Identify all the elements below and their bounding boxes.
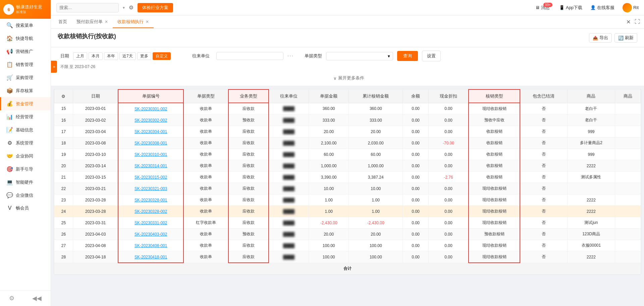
sidebar-item-collab[interactable]: 🤝 企业协同 <box>0 149 51 163</box>
table-cell: 否 <box>520 206 567 217</box>
system-icon: ⚙ <box>6 140 13 146</box>
date-this-month[interactable]: 本月 <box>89 52 103 60</box>
tab-writeoff[interactable]: 收款核销执行 ✕ <box>113 16 154 28</box>
sidebar-item-hardware[interactable]: 💻 智能硬件 <box>0 176 51 189</box>
filter-expand-button[interactable]: » <box>51 61 57 73</box>
sidebar-item-sales[interactable]: 📋 销售管理 <box>0 58 51 71</box>
member-icon: V <box>6 205 13 211</box>
sidebar-item-purchase[interactable]: 🛒 采购管理 <box>0 71 51 84</box>
table-cell: 15 <box>54 103 73 115</box>
table-cell[interactable]: SK-20230321-003 <box>118 183 183 194</box>
table-cell: 333.00 <box>309 115 349 126</box>
sidebar-item-nav[interactable]: 🏠 快捷导航 <box>0 32 51 45</box>
date-range-display: 不限 至 2023-07-26 <box>60 64 95 70</box>
date-last-month[interactable]: 上月 <box>73 52 87 60</box>
content-area: 收款核销执行(按收款) 📤 导出 🔄 刷新 » 日期 上月 <box>51 29 644 306</box>
table-cell[interactable]: SK-20230315-002 <box>118 172 183 183</box>
query-button[interactable]: 查询 <box>397 51 418 61</box>
tab-prepay[interactable]: 预付款应付单 ✕ <box>72 16 113 28</box>
table-cell: 预收款核销 <box>469 229 520 240</box>
sidebar-item-marketing[interactable]: 📢 营销推广 <box>0 45 51 58</box>
table-cell <box>615 103 641 115</box>
table-row: 282023-04-18SK-20230418-001收款单应收款████100… <box>54 251 641 263</box>
topbar-chevron-icon[interactable]: ▾ <box>123 5 125 10</box>
col-settings-header[interactable]: ⚙ <box>54 89 73 103</box>
table-cell: 20 <box>54 160 73 172</box>
table-cell <box>615 206 641 217</box>
topbar-service[interactable]: 👤 在线客服 <box>590 5 614 11</box>
table-cell[interactable]: SK-20230302-002 <box>118 115 183 126</box>
sidebar-item-operation[interactable]: 📊 经营管理 <box>0 110 51 123</box>
table-cell[interactable]: SK-20230418-001 <box>118 251 183 263</box>
table-cell: 0.00 <box>428 229 469 240</box>
table-cell: 收款核销 <box>469 149 520 160</box>
settings-button[interactable]: 设置 <box>422 51 441 61</box>
table-cell: 否 <box>520 251 567 263</box>
table-cell: 10.00 <box>349 183 403 194</box>
table-cell[interactable]: SK-20230301-002 <box>118 103 183 115</box>
table-cell: 17 <box>54 126 73 137</box>
logo-text: 畅康道好生意 <box>16 4 42 10</box>
slip-type-select[interactable]: ▾ <box>326 52 393 60</box>
sidebar: 6 畅康道好生意 标准版 🔍 搜索菜单 🏠 快捷导航 📢 营销推广 📋 销售管理… <box>0 0 51 306</box>
date-filter-label: 日期 <box>60 53 69 59</box>
table-row: 272023-04-08SK-20230408-001收款单应收款████100… <box>54 240 641 251</box>
table-cell: 应收款 <box>228 217 269 229</box>
table-cell <box>615 115 641 126</box>
sidebar-item-guide[interactable]: 🎯 新手引导 <box>0 163 51 176</box>
sidebar-item-search[interactable]: 🔍 搜索菜单 <box>0 19 51 32</box>
table-cell: ████ <box>269 217 309 229</box>
expand-more-button[interactable]: ∨ 展开更多条件 <box>332 74 366 82</box>
table-cell: 360.00 <box>309 103 349 115</box>
table-cell[interactable]: SK-20230331-002 <box>118 217 183 229</box>
topbar-search-input[interactable] <box>56 3 119 12</box>
date-more[interactable]: 更多 <box>137 52 151 60</box>
table-cell[interactable]: SK-20230314-001 <box>118 160 183 172</box>
table-cell <box>615 229 641 240</box>
refresh-button[interactable]: 🔄 刷新 <box>614 33 637 43</box>
table-cell[interactable]: SK-20230328-001 <box>118 194 183 206</box>
table-cell: 0.00 <box>403 103 429 115</box>
sidebar-item-inventory[interactable]: 📦 库存核算 <box>0 84 51 97</box>
sidebar-settings-btn[interactable]: ⚙ <box>6 293 17 303</box>
table-cell[interactable]: SK-20230308-001 <box>118 137 183 149</box>
sidebar-collapse-btn[interactable]: ◀◀ <box>30 293 44 303</box>
date-7days[interactable]: 近7天 <box>119 52 136 60</box>
partner-filter-input[interactable] <box>216 52 283 60</box>
table-cell <box>615 160 641 172</box>
tab-prepay-close-icon[interactable]: ✕ <box>105 19 108 24</box>
export-button[interactable]: 📤 导出 <box>589 33 612 43</box>
table-cell: 收款单 <box>183 149 228 160</box>
table-cell <box>615 126 641 137</box>
date-this-year[interactable]: 本年 <box>104 52 118 60</box>
table-cell[interactable]: SK-20230310-001 <box>118 149 183 160</box>
topbar-gear-icon[interactable]: ⚙ <box>129 4 133 11</box>
table-cell[interactable]: SK-20230304-001 <box>118 126 183 137</box>
sidebar-item-system[interactable]: ⚙ 系统管理 <box>0 136 51 149</box>
table-cell: 应收款 <box>228 126 269 137</box>
table-cell: 3,387.24 <box>349 172 403 183</box>
table-cell[interactable]: SK-20230403-002 <box>118 229 183 240</box>
table-cell: 18 <box>54 137 73 149</box>
topbar-message[interactable]: 🖥 消息 99+ <box>535 5 550 11</box>
sidebar-item-member[interactable]: V 畅会员 <box>0 202 51 215</box>
date-custom[interactable]: 自定义 <box>153 52 171 60</box>
table-cell[interactable]: SK-20230408-001 <box>118 240 183 251</box>
table-cell: 收款单 <box>183 240 228 251</box>
table-cell: 收款核销 <box>469 172 520 183</box>
tab-maximize-btn[interactable]: ⛶ <box>633 19 641 25</box>
table-cell[interactable]: SK-20230328-002 <box>118 206 183 217</box>
tab-writeoff-close-icon[interactable]: ✕ <box>146 19 149 24</box>
topbar-app-download[interactable]: 📱 App下载 <box>559 5 582 11</box>
table-cell: 2023-03-08 <box>73 137 118 149</box>
sidebar-item-finance[interactable]: 💰 资金管理 <box>0 97 51 110</box>
sidebar-item-wechat[interactable]: 💬 企业微信 <box>0 189 51 202</box>
table-cell: 否 <box>520 149 567 160</box>
table-row: 242023-03-28SK-20230328-002收款单应收款████1.0… <box>54 206 641 217</box>
tab-home[interactable]: 首页 <box>54 16 72 28</box>
tab-close-btn[interactable]: ✕ <box>625 19 632 25</box>
wechat-icon: 💬 <box>6 192 13 198</box>
solution-button[interactable]: 体验行业方案 <box>138 3 173 12</box>
table-cell: 衣服00001 <box>567 240 615 251</box>
sidebar-item-basic[interactable]: 📝 基础信息 <box>0 123 51 136</box>
